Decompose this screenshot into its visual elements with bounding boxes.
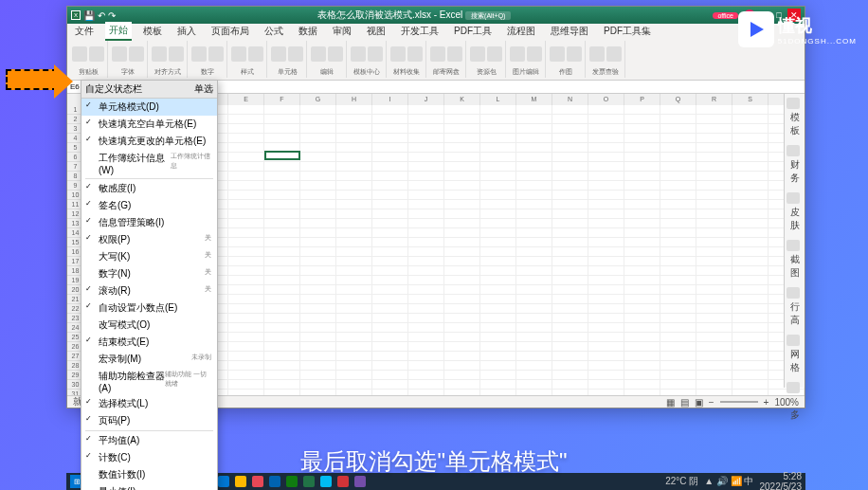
clock-date[interactable]: 2022/5/23 [760, 481, 803, 490]
context-menu-item[interactable]: 信息管理策略(I) [81, 214, 217, 231]
context-menu-item[interactable]: 计数(C) [81, 449, 217, 466]
context-menu-item[interactable]: 敏感度(I) [81, 180, 217, 197]
context-menu-item[interactable]: 自动设置小数点(E) [81, 299, 217, 317]
context-menu-item[interactable]: 数值计数(I) [81, 466, 217, 483]
ribbon-tab[interactable]: 公式 [261, 23, 287, 40]
column-header[interactable]: J [408, 94, 444, 105]
zoom-out-icon[interactable]: − [709, 397, 714, 408]
column-header[interactable]: M [516, 94, 552, 105]
context-menu-item[interactable]: 页码(P) [81, 412, 217, 429]
context-menu-item[interactable]: 单元格模式(D) [81, 99, 217, 116]
ribbon-button[interactable] [89, 46, 104, 62]
ribbon-button[interactable] [328, 46, 343, 62]
app-icon[interactable] [354, 476, 366, 487]
ribbon-tab[interactable]: 视图 [363, 23, 389, 40]
ribbon-button[interactable] [72, 46, 87, 62]
context-menu-item[interactable]: 快速填充空白单元格(E) [81, 116, 217, 133]
column-header[interactable]: P [624, 94, 660, 105]
side-panel-item[interactable]: 行高 [787, 287, 803, 327]
search-box[interactable]: 搜索(Alt+Q) [465, 11, 511, 20]
ribbon-button[interactable] [407, 46, 423, 62]
ribbon-tab[interactable]: PDF工具集 [600, 23, 655, 40]
app-icon[interactable] [337, 476, 349, 487]
ribbon-tab[interactable]: 插入 [173, 23, 200, 40]
qat-redo-icon[interactable]: ↷ [108, 10, 116, 21]
side-panel-item[interactable]: 网格 [787, 335, 803, 374]
ribbon-tab[interactable]: 开始 [105, 22, 132, 41]
column-header[interactable]: G [300, 94, 336, 105]
ribbon-tab[interactable]: 模板 [139, 23, 166, 40]
side-panel-item[interactable]: 截图 [787, 240, 803, 280]
context-menu-item[interactable]: 改写模式(O) [81, 317, 217, 334]
column-header[interactable]: K [444, 94, 480, 105]
side-panel-item[interactable]: 财务 [787, 145, 803, 185]
context-menu-item[interactable]: 辅助功能检查器(A)辅助功能 一切就绪 [81, 368, 217, 395]
context-menu-item[interactable]: 数字(N)关 [81, 265, 217, 282]
view-normal-icon[interactable]: ▦ [666, 397, 675, 408]
ribbon-button[interactable] [510, 46, 525, 62]
context-menu-item[interactable]: 大写(K)关 [81, 248, 217, 265]
column-header[interactable]: H [336, 94, 372, 105]
ribbon-tab[interactable]: 数据 [295, 23, 321, 40]
weather-widget[interactable]: 22°C 阴 [665, 475, 698, 488]
ribbon-button[interactable] [351, 46, 366, 62]
column-header[interactable]: Q [660, 94, 696, 105]
ribbon-button[interactable] [152, 46, 167, 62]
ribbon-tab[interactable]: 页面布局 [208, 23, 253, 40]
ribbon-button[interactable] [248, 46, 263, 62]
app-icon[interactable] [269, 476, 280, 487]
ribbon-button[interactable] [567, 46, 582, 62]
ribbon-button[interactable] [129, 46, 144, 62]
app-icon[interactable] [218, 476, 229, 487]
zoom-level[interactable]: 100% [774, 397, 799, 408]
app-icon[interactable] [235, 476, 246, 487]
zoom-slider[interactable] [720, 401, 758, 403]
ribbon-button[interactable] [589, 46, 605, 62]
column-header[interactable]: N [552, 94, 588, 105]
context-menu-item[interactable]: 宏录制(M)未录制 [81, 351, 217, 368]
ribbon-tab[interactable]: PDF工具 [450, 23, 496, 40]
context-menu-item[interactable]: 平均值(A) [81, 432, 217, 449]
ribbon-button[interactable] [271, 46, 286, 62]
ribbon-button[interactable] [208, 46, 224, 62]
ribbon-button[interactable] [487, 46, 502, 62]
ribbon-button[interactable] [550, 46, 565, 62]
context-menu-item[interactable]: 最小值(I) [81, 483, 217, 490]
qat-undo-icon[interactable]: ↶ [98, 10, 105, 21]
context-menu-item[interactable]: 选择模式(L) [81, 395, 217, 412]
app-icon[interactable] [320, 476, 332, 487]
ribbon-button[interactable] [288, 46, 303, 62]
ribbon-tab[interactable]: 文件 [71, 23, 98, 40]
ribbon-tab[interactable]: 流程图 [503, 23, 539, 40]
side-panel-item[interactable]: 皮肤 [787, 192, 803, 232]
context-menu-item[interactable]: 快速填充更改的单元格(E) [81, 133, 217, 150]
ribbon-button[interactable] [470, 46, 485, 62]
ribbon-button[interactable] [311, 46, 326, 62]
ribbon-button[interactable] [390, 46, 406, 62]
view-page-icon[interactable]: ▤ [680, 397, 689, 408]
tray-icons[interactable]: ▲ 🔊 📶 中 [704, 475, 753, 488]
app-icon[interactable] [252, 476, 263, 487]
context-menu-item[interactable]: 权限(P)关 [81, 231, 217, 248]
view-break-icon[interactable]: ▣ [695, 397, 703, 408]
ribbon-tab[interactable]: 开发工具 [397, 23, 443, 40]
context-menu-item[interactable]: 结束模式(E) [81, 334, 217, 351]
context-menu-item[interactable]: 滚动(R)关 [81, 282, 217, 299]
column-header[interactable]: F [264, 94, 300, 105]
ribbon-button[interactable] [527, 46, 542, 62]
ribbon-tab[interactable]: 思维导图 [547, 23, 592, 40]
column-header[interactable]: R [696, 94, 732, 105]
ribbon-button[interactable] [447, 46, 462, 62]
ribbon-button[interactable] [430, 46, 445, 62]
ribbon-button[interactable] [368, 46, 383, 62]
context-menu-item[interactable]: 工作簿统计信息(W)工作簿统计信息 [81, 150, 217, 177]
selected-cell[interactable] [264, 151, 300, 160]
column-header[interactable]: I [372, 94, 408, 105]
ribbon-button[interactable] [606, 46, 622, 62]
context-menu-item[interactable]: 签名(G) [81, 197, 217, 214]
zoom-in-icon[interactable]: + [764, 397, 769, 408]
qat-save-icon[interactable]: 💾 [83, 10, 95, 21]
app-icon[interactable] [286, 476, 298, 487]
ribbon-button[interactable] [112, 46, 127, 62]
column-header[interactable]: L [480, 94, 516, 105]
